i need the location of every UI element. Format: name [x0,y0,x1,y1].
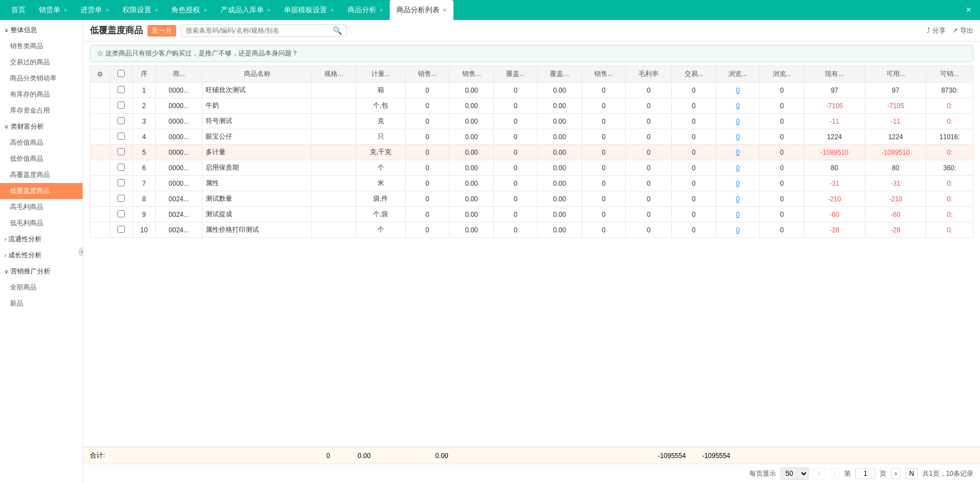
share-button[interactable]: ⤴ 分享 [927,26,946,35]
coverage-b-column-header[interactable]: 覆盖... [538,66,581,83]
available-column-header[interactable]: 可用... [865,66,926,83]
browse-a-cell[interactable]: 0 [716,176,759,191]
sidebar-item-low-margin[interactable]: 低毛利商品 [0,215,83,231]
current-page-input[interactable] [855,468,875,479]
nav-tab-product-analysis[interactable]: 商品分析 × [341,0,390,20]
browse-a-cell[interactable]: 0 [716,145,759,160]
close-sales-tab[interactable]: × [64,7,67,13]
date-filter-button[interactable]: 近一月 [147,25,176,37]
row-checkbox[interactable] [118,86,125,93]
browse-a-cell[interactable]: 0 [716,191,759,207]
prev-page-button[interactable]: ‹ [830,468,840,479]
settings-column-header[interactable]: ⚙ [90,66,110,83]
close-permissions-tab[interactable]: × [155,7,158,13]
nav-tab-product-entry[interactable]: 产成品入库单 × [214,0,277,20]
checkbox-cell[interactable] [110,114,133,129]
browse-a-cell[interactable]: 0 [716,160,759,176]
row-checkbox[interactable] [118,133,125,140]
row-checkbox[interactable] [118,101,125,109]
nav-tab-role-auth[interactable]: 角色授权 × [165,0,213,20]
nav-tab-permissions[interactable]: 权限设置 × [116,0,165,20]
last-page-button[interactable]: N [905,468,918,479]
close-all-tabs-button[interactable]: × [962,5,976,15]
saleable-column-header[interactable]: 可销... [926,66,973,83]
close-product-analysis-tab[interactable]: × [380,7,383,13]
browse-a-cell[interactable]: 0 [716,207,759,222]
checkbox-cell[interactable] [110,98,133,114]
row-checkbox[interactable] [118,226,125,233]
sidebar-item-high-margin[interactable]: 高毛利商品 [0,199,83,215]
sidebar-item-new-products[interactable]: 新品 [0,296,83,312]
spec-cell [312,222,356,238]
browse-a-cell[interactable]: 0 [716,129,759,145]
sidebar-item-low-coverage[interactable]: 低覆盖度商品 [0,183,83,199]
checkbox-cell[interactable] [110,145,133,160]
checkbox-cell[interactable] [110,83,133,98]
gross-margin-column-header[interactable]: 毛利率 [626,66,672,83]
trade-column-header[interactable]: 交易... [672,66,716,83]
page-size-select[interactable]: 50 100 200 [780,467,809,480]
checkbox-cell[interactable] [110,160,133,176]
first-page-button[interactable]: K [813,468,825,479]
close-product-analysis-list-tab[interactable]: × [443,7,446,13]
checkbox-cell[interactable] [110,222,133,238]
sales-amount-column-header[interactable]: 销售... [450,66,493,83]
nav-tab-purchase[interactable]: 进货单 × [74,0,115,20]
sidebar-item-low-value[interactable]: 低价值商品 [0,151,83,167]
unit-column-header[interactable]: 计量... [356,66,405,83]
close-purchase-tab[interactable]: × [105,7,109,13]
nav-tab-template[interactable]: 单据模板设置 × [277,0,340,20]
row-checkbox[interactable] [118,148,125,155]
browse-a-column-header[interactable]: 浏览... [716,66,759,83]
row-checkbox[interactable] [118,195,125,202]
checkbox-cell[interactable] [110,176,133,191]
sidebar-item-stock-value[interactable]: 库存资金占用 [0,103,83,119]
checkbox-column-header[interactable] [110,66,133,83]
sidebar-section-circulation[interactable]: › 流通性分析 [0,231,83,247]
search-input[interactable] [186,27,333,34]
export-button[interactable]: ↗ 导出 [952,26,973,35]
checkbox-cell[interactable] [110,207,133,222]
coverage-a-column-header[interactable]: 覆盖... [493,66,537,83]
sales-qty-column-header[interactable]: 销售... [405,66,449,83]
row-checkbox[interactable] [118,164,125,171]
browse-a-cell[interactable]: 0 [716,114,759,129]
total-label: 合计: [90,451,134,460]
checkbox-cell[interactable] [110,129,133,145]
close-role-auth-tab[interactable]: × [203,7,207,13]
nav-tab-home[interactable]: 首页 [4,0,32,20]
sidebar-item-high-value[interactable]: 高价值商品 [0,135,83,151]
sidebar-section-overall[interactable]: ∨ 整体信息 [0,22,83,38]
sidebar-item-sales-products[interactable]: 销售类商品 [0,38,83,54]
checkbox-cell[interactable] [110,191,133,207]
name-column-header[interactable]: 商品名称 [202,66,312,83]
next-page-button[interactable]: › [891,468,901,479]
sidebar-item-in-stock[interactable]: 有库存的商品 [0,87,83,103]
sales-c-column-header[interactable]: 销售... [581,66,625,83]
select-all-checkbox[interactable] [118,70,125,77]
sidebar-item-traded-products[interactable]: 交易过的商品 [0,54,83,70]
search-icon[interactable]: 🔍 [333,26,342,35]
row-checkbox[interactable] [118,210,125,217]
current-stock-column-header[interactable]: 现有... [804,66,865,83]
close-template-tab[interactable]: × [330,7,334,13]
sidebar-section-quality[interactable]: ∨ 类财富分析 [0,119,83,135]
spec-column-header[interactable]: 规格... [312,66,356,83]
row-checkbox[interactable] [118,117,125,124]
nav-tab-sales[interactable]: 销货单 × [32,0,74,20]
browse-b-column-header[interactable]: 浏览... [760,66,804,83]
sidebar-section-growth[interactable]: › 成长性分析 [0,247,83,263]
nav-tab-product-analysis-list[interactable]: 商品分析列表 × [390,0,453,20]
sidebar-item-sales-growth[interactable]: 商品分类销动率 [0,70,83,87]
page-label: 页 [880,469,886,479]
browse-a-cell[interactable]: 0 [716,83,759,98]
close-product-entry-tab[interactable]: × [267,7,270,13]
sidebar-item-all-products[interactable]: 全部商品 [0,279,83,296]
browse-a-cell[interactable]: 0 [716,98,759,114]
row-checkbox[interactable] [118,179,125,186]
code-column-header[interactable]: 商... [155,66,202,83]
browse-a-cell[interactable]: 0 [716,222,759,238]
name-cell: 旺辅批次测试 [202,83,312,98]
sidebar-section-marketing[interactable]: ∨ 营销推广分析 [0,263,83,279]
sidebar-item-high-coverage[interactable]: 高覆盖度商品 [0,167,83,183]
